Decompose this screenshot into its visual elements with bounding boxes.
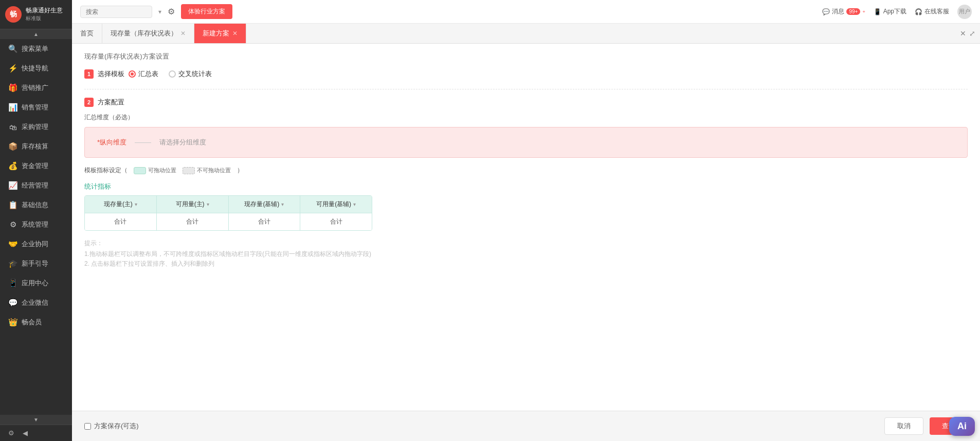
sidebar-item-label: 畅会员: [22, 318, 42, 327]
search-icon: 🔍: [8, 44, 17, 53]
page-title: 现存量(库存状况表)方案设置: [84, 52, 968, 61]
indicator-row: 模板指标设定（ 可拖动位置 不可拖动位置 ）: [84, 166, 968, 175]
stats-col-2-name: 可用量(主): [176, 200, 205, 209]
stats-col-1-header: 现存量(主) ▾: [85, 196, 157, 213]
sidebar-item-system[interactable]: ⚙ 系统管理: [0, 215, 72, 234]
window-expand-icon[interactable]: ⤢: [969, 30, 976, 37]
indicator-label-text: 模板指标设定（: [84, 166, 128, 175]
stats-section-label: 统计指标: [84, 182, 968, 191]
user-avatar[interactable]: 用户: [957, 5, 972, 19]
sidebar-settings-icon[interactable]: ⚙: [8, 429, 14, 437]
cancel-button[interactable]: 取消: [884, 417, 923, 435]
indicator-draggable: 可拖动位置: [134, 167, 176, 174]
stats-col-2-header: 可用量(主) ▾: [157, 196, 229, 213]
online-service-label: 在线客服: [924, 7, 949, 16]
app-center-icon: 📱: [8, 279, 17, 288]
sidebar-item-member[interactable]: 👑 畅会员: [0, 313, 72, 332]
radio-summary[interactable]: 汇总表: [129, 69, 158, 79]
marketing-icon: 🎁: [8, 83, 17, 93]
stats-col-3-summary: 合计: [229, 213, 300, 230]
sidebar-nav: 🔍 搜索菜单 ⚡ 快捷导航 🎁 营销推广 📊 销售管理 🛍 采购管理 📦 库存核…: [0, 39, 72, 415]
sidebar-scroll-up[interactable]: ▲: [0, 29, 72, 39]
sidebar-item-enterprise[interactable]: 🤝 企业协同: [0, 234, 72, 254]
tips-item-1: 1.拖动标题栏可以调整布局，不可跨维度或指标区域拖动栏目字段(只能在同一维度或指…: [84, 250, 968, 259]
window-controls: ✕ ⤢: [959, 30, 980, 37]
sidebar-item-label: 系统管理: [22, 220, 48, 229]
sidebar-item-basic-info[interactable]: 📋 基础信息: [0, 195, 72, 215]
enterprise-wechat-icon: 💬: [8, 298, 17, 307]
col-3-arrow-icon[interactable]: ▾: [281, 201, 284, 207]
sidebar-item-purchase[interactable]: 🛍 采购管理: [0, 117, 72, 137]
stats-col-2-summary: 合计: [157, 213, 228, 230]
sidebar-item-label: 搜索菜单: [22, 44, 48, 53]
tab-inventory[interactable]: 现存量（库存状况表） ✕: [102, 24, 194, 43]
ai-float-button[interactable]: Ai: [949, 417, 975, 436]
sidebar-item-label: 企业协同: [22, 240, 48, 249]
sidebar-item-operation[interactable]: 📈 经营管理: [0, 176, 72, 195]
basic-info-icon: 📋: [8, 200, 17, 210]
sidebar-item-label: 资金管理: [22, 161, 48, 171]
tips-area: 提示： 1.拖动标题栏可以调整布局，不可跨维度或指标区域拖动栏目字段(只能在同一…: [84, 239, 968, 268]
enterprise-icon: 🤝: [8, 240, 17, 249]
main-area: ▾ ⚙ 体验行业方案 💬 消息 99+ + 📱 App下载 🎧 在线客服 用户: [72, 0, 980, 441]
trial-btn[interactable]: 体验行业方案: [181, 4, 232, 19]
radio-cross[interactable]: 交叉统计表: [169, 69, 212, 79]
dimension-area: *纵向维度 —— 请选择分组维度: [84, 127, 968, 158]
online-service-btn[interactable]: 🎧 在线客服: [915, 7, 949, 16]
sidebar-collapse-icon[interactable]: ◀: [23, 429, 28, 437]
sidebar-item-quick-nav[interactable]: ⚡ 快捷导航: [0, 59, 72, 78]
tab-home[interactable]: 首页: [72, 24, 102, 43]
message-icon: 💬: [822, 8, 830, 15]
messages-badge: 99+: [846, 8, 860, 15]
sidebar-item-newbie[interactable]: 🎓 新手引导: [0, 254, 72, 273]
tab-new-scheme-close-icon[interactable]: ✕: [232, 30, 238, 37]
stats-col-3-header: 现存量(基辅) ▾: [229, 196, 301, 213]
col-4-arrow-icon[interactable]: ▾: [353, 201, 356, 207]
sidebar-item-inventory[interactable]: 📦 库存核算: [0, 137, 72, 156]
inventory-icon: 📦: [8, 142, 17, 151]
stats-table: 现存量(主) ▾ 可用量(主) ▾ 现存量(基辅: [84, 195, 372, 231]
non-draggable-box: [183, 167, 195, 174]
radio-cross-circle: [169, 70, 176, 78]
sidebar-item-search[interactable]: 🔍 搜索菜单: [0, 39, 72, 59]
footer: 方案保存(可选) 取消 查询: [72, 411, 980, 441]
sidebar-item-label: 销售管理: [22, 103, 48, 112]
sidebar-item-finance[interactable]: 💰 资金管理: [0, 156, 72, 176]
sidebar-item-label: 基础信息: [22, 200, 48, 210]
app-name: 畅康通好生意: [26, 7, 63, 15]
dimension-placeholder[interactable]: 请选择分组维度: [159, 138, 206, 147]
indicator-suffix: ）: [237, 166, 243, 175]
save-checkbox[interactable]: [84, 423, 91, 430]
sidebar-item-label: 经营管理: [22, 181, 48, 190]
stats-col-4-name: 可用量(基辅): [316, 200, 351, 209]
sidebar-logo: 畅 畅康通好生意 标准版: [0, 0, 72, 29]
sidebar-item-enterprise-wechat[interactable]: 💬 企业微信: [0, 293, 72, 313]
sidebar: 畅 畅康通好生意 标准版 ▲ 🔍 搜索菜单 ⚡ 快捷导航 🎁 营销推广 📊 销售…: [0, 0, 72, 441]
tab-inventory-close-icon[interactable]: ✕: [180, 30, 186, 37]
topbar-search-input[interactable]: [80, 6, 152, 18]
sidebar-item-app-center[interactable]: 📱 应用中心: [0, 273, 72, 293]
tab-new-scheme[interactable]: 新建方案 ✕: [194, 24, 246, 43]
stats-col-4-body: 合计: [300, 213, 372, 230]
app-download-btn[interactable]: 📱 App下载: [874, 7, 906, 16]
sidebar-item-marketing[interactable]: 🎁 营销推广: [0, 78, 72, 98]
dropdown-arrow-icon[interactable]: ▾: [158, 8, 161, 15]
col-2-arrow-icon[interactable]: ▾: [207, 201, 209, 207]
dimension-separator: ——: [135, 138, 151, 147]
tabbar: 首页 现存量（库存状况表） ✕ 新建方案 ✕ ✕ ⤢: [72, 24, 980, 44]
stats-col-3-name: 现存量(基辅): [244, 200, 279, 209]
sidebar-item-label: 营销推广: [22, 83, 48, 93]
sidebar-item-label: 企业微信: [22, 298, 48, 307]
template-radio-group: 汇总表 交叉统计表: [129, 69, 212, 79]
radio-summary-circle: [129, 70, 136, 78]
sidebar-item-sales[interactable]: 📊 销售管理: [0, 98, 72, 117]
stats-table-body: 合计 合计 合计 合计: [85, 213, 372, 230]
sidebar-scroll-down[interactable]: ▼: [0, 415, 72, 425]
radio-cross-label: 交叉统计表: [178, 69, 212, 79]
col-1-arrow-icon[interactable]: ▾: [135, 201, 137, 207]
tips-label: 提示：: [84, 239, 968, 248]
service-icon: 🎧: [915, 8, 922, 15]
window-close-icon[interactable]: ✕: [959, 30, 967, 37]
messages-btn[interactable]: 💬 消息 99+ +: [822, 7, 865, 16]
topbar-gear-icon[interactable]: ⚙: [168, 7, 175, 16]
